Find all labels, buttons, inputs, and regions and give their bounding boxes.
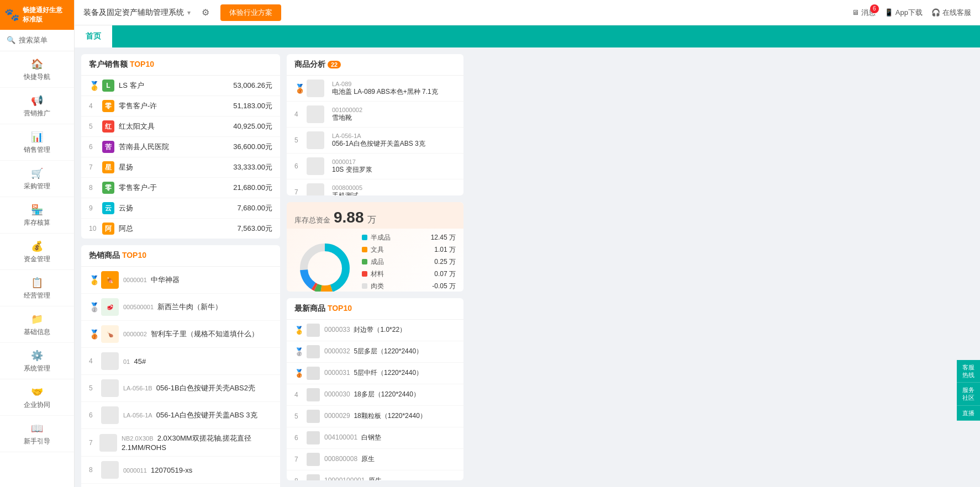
latest-products-panel: 最新商品 TOP10 🥇 0000033 封边带（1.0*22） bbox=[287, 298, 463, 480]
rank-num: 7 bbox=[89, 163, 102, 171]
legend-item-semis: 半成品 12.45 万 bbox=[362, 233, 456, 242]
product-code: LA-056-1A bbox=[332, 133, 456, 139]
list-item: 8 10000100001 原生 bbox=[287, 470, 463, 480]
logo-line1: 畅捷通好生意 bbox=[23, 6, 62, 15]
table-row: 5 红 红太阳文具 40,925.00元 bbox=[81, 117, 280, 137]
customer-name: 阿总 bbox=[119, 224, 237, 234]
product-image bbox=[307, 410, 320, 423]
marketing-icon: 📢 bbox=[31, 94, 43, 107]
sidebar-item-purchase[interactable]: 🛒 采购管理 bbox=[0, 161, 74, 197]
sidebar-item-label: 营销推广 bbox=[24, 109, 50, 118]
product-info: NB2.0X30B 2.0X30MM双搓花轴,搓花直径2.1MM/ROHS bbox=[122, 433, 272, 452]
product-image bbox=[307, 105, 324, 123]
bronze-medal-icon: 🥉 bbox=[89, 329, 101, 340]
experience-button[interactable]: 体验行业方案 bbox=[220, 4, 281, 21]
product-image bbox=[307, 131, 324, 149]
rank-num: 5 bbox=[89, 384, 101, 392]
customer-name: LS 客户 bbox=[119, 81, 233, 91]
donut-svg bbox=[294, 238, 355, 292]
inventory-icon: 🏪 bbox=[31, 204, 43, 216]
search-label: 搜索菜单 bbox=[19, 35, 48, 45]
message-badge: 6 bbox=[870, 4, 879, 13]
rank-num: 5 bbox=[89, 123, 102, 130]
product-code: 0000017 bbox=[332, 158, 456, 165]
service-community-button[interactable]: 服务社区 bbox=[957, 383, 980, 406]
sidebar-item-sales[interactable]: 📊 销售管理 bbox=[0, 124, 74, 161]
hot-products-header: 热销商品 TOP10 bbox=[81, 245, 280, 267]
settings-icon[interactable]: ⚙ bbox=[197, 4, 214, 21]
guide-icon: 📖 bbox=[31, 422, 43, 435]
hot-products-panel: 热销商品 TOP10 🥇 🍖 0000001 中华神器 bbox=[81, 245, 280, 487]
logo-line2: 标准版 bbox=[23, 15, 62, 24]
product-image: 🍗 bbox=[101, 325, 119, 343]
product-code: 001000002 bbox=[332, 107, 456, 113]
customer-name: 零售客户-许 bbox=[119, 101, 233, 111]
sidebar-item-inventory[interactable]: 🏪 库存核算 bbox=[0, 197, 74, 234]
sidebar-item-basics[interactable]: 📁 基础信息 bbox=[0, 306, 74, 343]
list-item: 7 NB2.0X30B 2.0X30MM双搓花轴,搓花直径2.1MM/ROHS bbox=[81, 429, 280, 457]
list-item: 🥈 0000032 5层多层（1220*2440） bbox=[287, 341, 463, 363]
main-area: 装备及固定资产辅助管理系统 ▾ ⚙ 体验行业方案 🖥 消息 6 📱 App下载 … bbox=[75, 0, 980, 487]
live-stream-button[interactable]: 直播 bbox=[957, 406, 980, 421]
float-buttons: 客服热线 服务社区 直播 bbox=[957, 360, 980, 421]
customer-service-button[interactable]: 客服热线 bbox=[957, 360, 980, 383]
product-info: 01 45# bbox=[123, 357, 146, 366]
product-image bbox=[307, 431, 320, 444]
sidebar-item-system[interactable]: ⚙️ 系统管理 bbox=[0, 343, 74, 379]
tab-home[interactable]: 首页 bbox=[75, 25, 112, 47]
customer-badge: 阿 bbox=[102, 223, 114, 235]
product-image bbox=[101, 406, 119, 424]
list-item: 8 0000011 12070519-xs bbox=[81, 457, 280, 484]
rank-num: 6 bbox=[89, 411, 101, 419]
headset-icon: 🎧 bbox=[931, 8, 940, 17]
hot-products-list: 🥇 🍖 0000001 中华神器 🥈 🥩 000500001 bbox=[81, 267, 280, 487]
inventory-legend: 半成品 12.45 万 文具 1.01 万 成品 0 bbox=[362, 233, 456, 292]
collab-icon: 🤝 bbox=[31, 386, 43, 398]
sidebar: 🐾 畅捷通好生意 标准版 🔍 搜索菜单 🏠 快捷导航 📢 营销推广 📊 销售管理… bbox=[0, 0, 75, 487]
table-row: 8 零 零售客户-于 21,680.00元 bbox=[81, 178, 280, 198]
online-service-button[interactable]: 🎧 在线客服 bbox=[931, 8, 971, 18]
rank-medal: 🥇 bbox=[89, 81, 102, 91]
customer-name: 红太阳文具 bbox=[119, 121, 233, 131]
sidebar-item-label: 采购管理 bbox=[24, 182, 50, 191]
rank-num: 5 bbox=[294, 136, 307, 144]
product-image bbox=[307, 367, 320, 380]
messages-button[interactable]: 🖥 消息 6 bbox=[852, 8, 876, 18]
sidebar-item-marketing[interactable]: 📢 营销推广 bbox=[0, 88, 74, 124]
legend-item-stationery: 文具 1.01 万 bbox=[362, 245, 456, 255]
sidebar-item-label: 快捷导航 bbox=[24, 72, 50, 82]
donut-chart bbox=[294, 238, 355, 292]
rank-num: 8 bbox=[89, 466, 101, 474]
product-image bbox=[307, 324, 320, 337]
sidebar-item-operations[interactable]: 📋 经营管理 bbox=[0, 270, 74, 306]
product-info: 0000029 18颗粒板（1220*2440） bbox=[324, 411, 456, 421]
product-image bbox=[307, 157, 324, 175]
sales-ranking-list: 🥇 L LS 客户 53,006.26元 4 零 零售客户-许 51,183.0… bbox=[81, 76, 280, 239]
product-image bbox=[101, 352, 119, 370]
sidebar-item-label: 资金管理 bbox=[24, 255, 50, 264]
customer-name: 苦南县人民医院 bbox=[119, 142, 233, 152]
customer-amount: 33,333.00元 bbox=[233, 162, 272, 172]
sidebar-item-quicknav[interactable]: 🏠 快捷导航 bbox=[0, 51, 74, 88]
product-code: LA-089 bbox=[332, 81, 456, 87]
rank-num: 7 bbox=[89, 439, 99, 447]
sidebar-search[interactable]: 🔍 搜索菜单 bbox=[0, 30, 74, 51]
app-download-button[interactable]: 📱 App下载 bbox=[884, 8, 923, 18]
latest-products-title: 最新商品 TOP10 bbox=[294, 304, 352, 314]
latest-products-list: 🥇 0000033 封边带（1.0*22） 🥈 0000032 bbox=[287, 320, 463, 480]
product-image bbox=[101, 379, 119, 397]
sidebar-item-label: 销售管理 bbox=[24, 145, 50, 155]
sidebar-item-finance[interactable]: 💰 资金管理 bbox=[0, 234, 74, 270]
table-row: 5 LA-056-1A 056-1A白色按键开关盖ABS 3克 bbox=[287, 128, 463, 153]
sidebar-item-collab[interactable]: 🤝 企业协同 bbox=[0, 379, 74, 416]
basics-icon: 📁 bbox=[31, 313, 43, 325]
sidebar-item-guide[interactable]: 📖 新手引导 bbox=[0, 416, 74, 452]
rank-num: 4 bbox=[294, 391, 307, 399]
table-row: 🥉 LA-089 电池盖 LA-089 ABS本色+黑种 7.1克 bbox=[287, 76, 463, 102]
rank-num: 6 bbox=[294, 162, 307, 170]
product-name: 10S 变扭罗浆 bbox=[332, 165, 456, 174]
silver-medal-icon: 🥈 bbox=[89, 302, 101, 313]
rank-num: 4 bbox=[89, 102, 102, 110]
top-bar: 装备及固定资产辅助管理系统 ▾ ⚙ 体验行业方案 🖥 消息 6 📱 App下载 … bbox=[75, 0, 980, 25]
list-item: 6 LA-056-1A 056-1A白色按键开关盖ABS 3克 bbox=[81, 402, 280, 429]
